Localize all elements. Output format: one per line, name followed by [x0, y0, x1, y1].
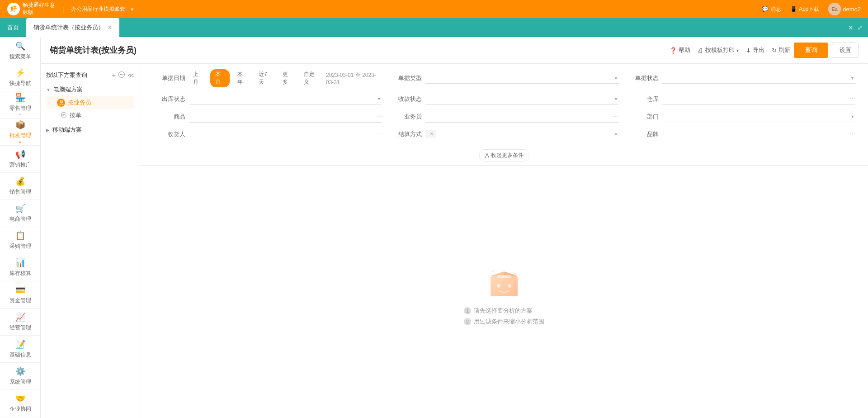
salesperson-input[interactable]: ··· [425, 110, 618, 123]
scheme-item-salesperson[interactable]: 员 按业务员 [46, 96, 134, 109]
empty-hint-item-2: 2 用过滤条件来缩小分析范围 [464, 318, 544, 326]
sidebar-wholesale-label: 批发管理 [9, 132, 31, 139]
sidebar-item-wholesale[interactable]: 📦 批发管理 ▴ [0, 119, 40, 146]
tab-home[interactable]: 首页 [0, 18, 26, 37]
doc-type-select-input[interactable] [425, 75, 618, 81]
brand-input[interactable]: ··· [662, 128, 855, 140]
download-icon: 📱 [790, 6, 797, 12]
refresh-icon: ↻ [772, 47, 777, 54]
add-scheme-icon[interactable]: + [112, 71, 116, 79]
brand-input-field[interactable] [662, 131, 849, 138]
empty-hint-item-1: 1 请先选择要分析的方案 [464, 307, 544, 315]
sidebar-item-inventory[interactable]: 📊 库存核算 [0, 254, 40, 281]
date-btn-this-month[interactable]: 本月 [210, 69, 230, 87]
left-panel-header: 按以下方案查询 + ≪ [41, 69, 140, 83]
date-range-text: 2023-03-01 至 2023-03-31 [326, 71, 382, 86]
payment-tag-close[interactable]: × [430, 131, 433, 137]
product-input-field[interactable] [189, 113, 376, 120]
help-icon: ❓ [670, 47, 677, 54]
user-area[interactable]: Ea demo2 [828, 3, 861, 15]
product-label: 商品 [153, 113, 189, 121]
product-input[interactable]: ··· [189, 110, 382, 123]
scheme-salesperson-label: 按业务员 [68, 99, 91, 107]
scheme-sub-item-byorder[interactable]: 按单 [46, 109, 134, 122]
receiver-dots-icon[interactable]: ··· [376, 130, 382, 138]
user-name[interactable]: demo2 [843, 6, 861, 13]
date-btn-more[interactable]: 更多 [278, 69, 296, 87]
sidebar-item-ecommerce[interactable]: 🛒 电商管理 [0, 200, 40, 227]
help-btn[interactable]: ❓ 帮助 [670, 46, 690, 54]
warehouse-input[interactable]: ··· [662, 93, 855, 105]
retail-icon: 🏪 [15, 93, 25, 103]
out-status-select-input[interactable] [189, 95, 382, 102]
warehouse-input-field[interactable] [662, 95, 849, 102]
breadcrumb[interactable]: 办公用品行业模拟账套 [71, 5, 125, 13]
maximize-window-btn[interactable]: ⤢ [857, 24, 863, 31]
department-select-input[interactable] [662, 113, 855, 120]
sidebar-item-operations[interactable]: 📈 经营管理 [0, 309, 40, 336]
payment-arrow-icon: ▾ [615, 132, 617, 137]
collapse-btn[interactable]: ⋀ 收起更多条件 [479, 149, 529, 162]
sidebar-finance-label: 资金管理 [9, 297, 31, 304]
pc-scheme-group-label: 电脑端方案 [53, 86, 83, 94]
svg-point-14 [514, 273, 516, 275]
print-btn[interactable]: 🖨 按模板打印 ▾ [698, 46, 739, 54]
department-select[interactable]: ▾ [662, 111, 855, 122]
doc-type-select[interactable]: ▾ [425, 73, 618, 84]
product-dots-icon[interactable]: ··· [376, 112, 382, 120]
svg-point-1 [120, 74, 121, 75]
date-btn-7days[interactable]: 近7天 [255, 69, 275, 87]
receipt-status-select-input[interactable] [425, 95, 618, 102]
sidebar-inventory-label: 库存核算 [9, 270, 31, 277]
receipt-status-select[interactable]: ▾ [425, 94, 618, 104]
marketing-icon: 📢 [15, 149, 25, 159]
sidebar-search[interactable]: 🔍 搜索菜单 [0, 37, 40, 64]
payment-label: 结算方式 [389, 130, 425, 138]
date-btn-custom[interactable]: 自定义 [300, 69, 322, 87]
sidebar-item-retail[interactable]: 🏪 零售管理 ▾ [0, 91, 40, 119]
receiver-input[interactable]: ··· [189, 128, 382, 140]
export-btn[interactable]: ⬇ 导出 [746, 46, 764, 54]
mobile-scheme-group: ▶ 移动端方案 [41, 122, 140, 138]
tab-close-icon[interactable]: ✕ [108, 24, 112, 31]
edit-scheme-icon[interactable] [118, 71, 125, 79]
tab-sales-stat[interactable]: 销货单统计表（按业务员） ✕ [26, 18, 119, 37]
pc-scheme-group-item[interactable]: ▼ 电脑端方案 [46, 83, 134, 96]
sidebar-item-marketing[interactable]: 📢 营销推广 [0, 146, 40, 173]
warehouse-dots-icon[interactable]: ··· [849, 95, 855, 103]
close-window-btn[interactable]: ✕ [848, 24, 854, 31]
doc-status-select[interactable]: ▾ [662, 73, 855, 84]
settings-button[interactable]: 设置 [832, 43, 859, 58]
sidebar-item-purchase[interactable]: 📋 采购管理 [0, 227, 40, 254]
receiver-label: 收货人 [153, 130, 189, 138]
message-btn[interactable]: 💬 消息 [762, 5, 781, 13]
sidebar-item-basics[interactable]: 📝 基础信息 [0, 336, 40, 363]
date-btn-last-month[interactable]: 上月 [189, 69, 207, 87]
sidebar-item-finance[interactable]: 💳 资金管理 [0, 281, 40, 309]
sidebar-item-system[interactable]: ⚙️ 系统管理 [0, 363, 40, 390]
salesperson-label: 业务员 [389, 113, 425, 121]
brand-dots-icon[interactable]: ··· [849, 130, 855, 138]
out-status-select[interactable]: ▾ [189, 94, 382, 104]
payment-select[interactable]: × ▾ [425, 128, 618, 140]
salesperson-dots-icon[interactable]: ··· [613, 112, 618, 120]
refresh-btn[interactable]: ↻ 刷新 [772, 46, 790, 54]
query-button[interactable]: 查询 [794, 43, 828, 58]
svg-rect-11 [497, 275, 511, 278]
out-status-cell: 出库状态 ▾ [149, 94, 386, 104]
doc-status-select-input[interactable] [662, 75, 855, 81]
wholesale-expand-icon: ▴ [19, 139, 21, 144]
sidebar-item-sales[interactable]: 💰 销售管理 [0, 173, 40, 200]
date-btn-this-year[interactable]: 本年 [233, 69, 251, 87]
salesperson-input-field[interactable] [425, 113, 613, 120]
print-dropdown-icon: ▾ [736, 48, 739, 53]
tab-sales-stat-label: 销货单统计表（按业务员） [33, 24, 104, 32]
sidebar-quick-nav[interactable]: ⚡ 快捷导航 [0, 64, 40, 91]
mobile-scheme-item[interactable]: ▶ 移动端方案 [46, 124, 134, 136]
sidebar-item-enterprise[interactable]: 🤝 企业协同 [0, 390, 40, 417]
date-filter-cell: 单据日期 上月 本月 本年 近7天 更多 自定义 2023-03-01 至 20… [149, 69, 386, 87]
app-download-btn[interactable]: 📱 App下载 [790, 5, 819, 13]
collapse-panel-icon[interactable]: ≪ [127, 71, 134, 79]
receiver-input-field[interactable] [189, 131, 376, 138]
payment-tag: × [425, 130, 436, 138]
